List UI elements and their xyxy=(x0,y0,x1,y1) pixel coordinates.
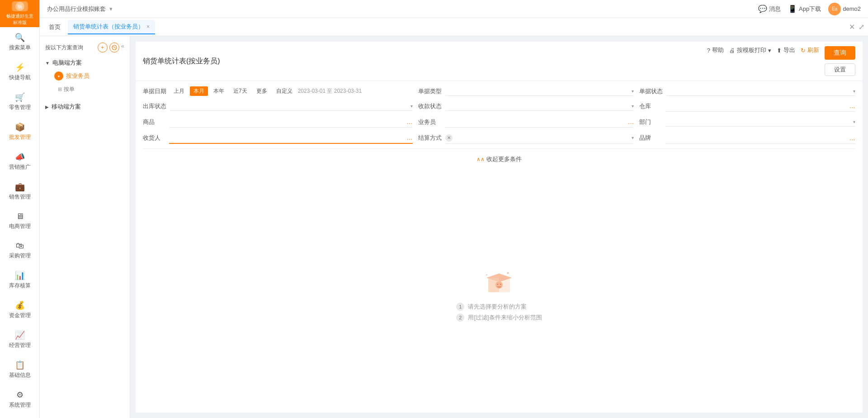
date-last-month[interactable]: 上月 xyxy=(170,86,188,96)
query-button[interactable]: 查询 xyxy=(825,46,855,60)
svg-text:★: ★ xyxy=(506,271,509,275)
date-this-month[interactable]: 本月 xyxy=(190,86,208,96)
sales-icon: 💼 xyxy=(15,182,25,192)
dept-select[interactable]: ▾ xyxy=(665,118,855,127)
operation-icon: 📈 xyxy=(15,330,25,340)
doc-status-label: 单据状态 xyxy=(639,87,663,95)
sidebar-item-basic-info[interactable]: 📋 基础信息 xyxy=(0,355,39,385)
app-download-button[interactable]: 📱 App下载 xyxy=(788,5,821,13)
doc-status-select[interactable]: ▾ xyxy=(666,87,855,96)
dept-label: 部门 xyxy=(639,118,662,126)
recipient-dots-icon: … xyxy=(406,134,413,141)
wholesale-icon: 📦 xyxy=(15,122,25,132)
content-area: 按以下方案查询 + ✎ « ▼ 电脑端方案 xyxy=(40,36,868,418)
mobile-group-label: 移动端方案 xyxy=(52,103,81,111)
warehouse-input[interactable]: … xyxy=(665,100,855,112)
scheme-item-by-order[interactable]: ⊞ 按单 xyxy=(40,83,130,95)
filter-area: 单据日期 上月 本月 本年 近7天 更多 自定义 2023-03-01 至 20… xyxy=(136,81,863,174)
window-close-icon[interactable]: ✕ xyxy=(849,23,855,31)
sidebar-item-finance[interactable]: 💰 资金管理 xyxy=(0,295,39,325)
ecommerce-icon: 🖥 xyxy=(16,212,24,221)
tab-home[interactable]: 首页 xyxy=(43,20,66,34)
empty-hint-2: 2 用[过滤]条件来缩小分析范围 xyxy=(456,314,542,322)
sidebar-item-finance-label: 资金管理 xyxy=(9,312,31,319)
search-icon: 🔍 xyxy=(15,33,25,43)
scheme-edit-button[interactable]: ✎ xyxy=(109,43,119,52)
sidebar-item-purchase[interactable]: 🛍 采购管理 xyxy=(0,236,39,265)
date-this-year[interactable]: 本年 xyxy=(210,86,228,96)
sidebar-item-cooperation[interactable]: 🤝 企业协同 xyxy=(0,414,39,418)
sidebar-item-system[interactable]: ⚙ 系统管理 xyxy=(0,385,39,414)
filter-row-1: 单据日期 上月 本月 本年 近7天 更多 自定义 2023-03-01 至 20… xyxy=(143,86,855,96)
sidebar-item-inventory[interactable]: 📊 库存核算 xyxy=(0,265,39,295)
desktop-group-title[interactable]: ▼ 电脑端方案 xyxy=(40,57,130,69)
collapse-filter-button[interactable]: ∧∧ 收起更多条件 xyxy=(476,152,522,167)
scheme-item-by-salesman[interactable]: ● 按业务员 xyxy=(40,69,130,83)
svg-point-8 xyxy=(495,281,503,289)
filter-settle: 结算方式 ✕ ▾ xyxy=(418,133,634,144)
scheme-collapse-button[interactable]: « xyxy=(121,43,124,52)
out-status-arrow-icon: ▾ xyxy=(410,104,413,109)
empty-illustration: ★ ✦ xyxy=(481,266,517,297)
set-button[interactable]: 设置 xyxy=(825,63,855,76)
sidebar-item-operation[interactable]: 📈 经营管理 xyxy=(0,325,39,355)
collapse-label: 收起更多条件 xyxy=(486,155,522,163)
settle-select[interactable]: ✕ ▾ xyxy=(445,133,634,144)
refresh-button[interactable]: ↻ 刷新 xyxy=(801,46,819,54)
salesman-input[interactable]: … xyxy=(444,116,634,128)
filter-wrapper: 单据日期 上月 本月 本年 近7天 更多 自定义 2023-03-01 至 20… xyxy=(136,81,863,174)
main-content: 销货单统计表(按业务员) ? 帮助 🖨 按模板打印 ▾ ⬆ xyxy=(130,36,868,418)
mobile-group-title[interactable]: ▶ 移动端方案 xyxy=(40,101,130,113)
window-maximize-icon[interactable]: ⤢ xyxy=(859,23,864,31)
export-button[interactable]: ⬆ 导出 xyxy=(777,46,795,54)
sidebar-item-inventory-label: 库存核算 xyxy=(9,282,31,290)
brand-dots-icon: … xyxy=(849,134,855,142)
order-scheme-label: 按单 xyxy=(64,86,75,93)
date-shortcuts: 上月 本月 本年 近7天 更多 自定义 2023-03-01 至 2023-03… xyxy=(170,86,362,96)
collapse-arrows-icon: « xyxy=(121,43,124,49)
date-custom[interactable]: 自定义 xyxy=(273,86,296,96)
basic-info-icon: 📋 xyxy=(15,360,25,370)
user-menu[interactable]: Ea demo2 xyxy=(828,3,861,15)
filter-row-2: 出库状态 ▾ 收款状态 ▾ xyxy=(143,100,855,112)
svg-point-10 xyxy=(500,284,501,285)
date-more[interactable]: 更多 xyxy=(253,86,271,96)
collect-status-select[interactable]: ▾ xyxy=(445,102,634,111)
settle-clear-icon[interactable]: ✕ xyxy=(445,134,453,142)
filter-row-4: 收货人 … 结算方式 ✕ ▾ xyxy=(143,132,855,144)
tab-close-icon[interactable]: × xyxy=(146,24,150,30)
sidebar-item-retail[interactable]: 🛒 零售管理 xyxy=(0,87,39,117)
sidebar-item-search[interactable]: 🔍 搜索菜单 xyxy=(0,27,39,57)
filter-warehouse: 仓库 … xyxy=(639,100,855,112)
tab-sales-stat[interactable]: 销货单统计表（按业务员） × xyxy=(68,20,155,34)
print-label: 按模板打印 xyxy=(737,46,766,54)
app-download-label: App下载 xyxy=(799,5,821,13)
empty-box-svg: ★ ✦ xyxy=(481,263,517,299)
message-button[interactable]: 💬 消息 xyxy=(758,5,781,13)
help-button[interactable]: ? 帮助 xyxy=(707,46,724,54)
sidebar-item-quick-nav[interactable]: ⚡ 快捷导航 xyxy=(0,57,39,87)
scheme-add-button[interactable]: + xyxy=(98,43,108,52)
app-name-dropdown-icon[interactable]: ▾ xyxy=(109,5,113,12)
sidebar-item-wholesale[interactable]: 📦 批发管理 xyxy=(0,117,39,147)
sidebar-item-ecommerce[interactable]: 🖥 电商管理 xyxy=(0,206,39,236)
sidebar-item-marketing[interactable]: 📣 营销推广 xyxy=(0,147,39,176)
hint-num-2: 2 xyxy=(456,314,464,322)
app-logo[interactable]: 畅 畅捷通好生意标准版 xyxy=(0,0,39,27)
doc-type-arrow-icon: ▾ xyxy=(632,89,634,94)
date-last-7days[interactable]: 近7天 xyxy=(230,86,251,96)
print-button[interactable]: 🖨 按模板打印 ▾ xyxy=(729,46,771,54)
doc-type-select[interactable]: ▾ xyxy=(445,87,634,96)
recipient-input[interactable]: … xyxy=(169,132,413,144)
product-input[interactable]: … xyxy=(169,116,413,128)
scheme-actions: + ✎ « xyxy=(98,43,124,52)
retail-icon: 🛒 xyxy=(15,92,25,102)
out-status-select[interactable]: ▾ xyxy=(170,102,413,111)
warehouse-label: 仓库 xyxy=(639,102,662,110)
brand-input[interactable]: … xyxy=(665,133,855,144)
export-label: 导出 xyxy=(783,46,795,54)
sidebar-item-search-label: 搜索菜单 xyxy=(9,44,31,52)
print-dropdown-icon: ▾ xyxy=(768,47,771,54)
desktop-group-expand-icon: ▼ xyxy=(45,61,50,66)
sidebar-item-sales[interactable]: 💼 销售管理 xyxy=(0,176,39,206)
